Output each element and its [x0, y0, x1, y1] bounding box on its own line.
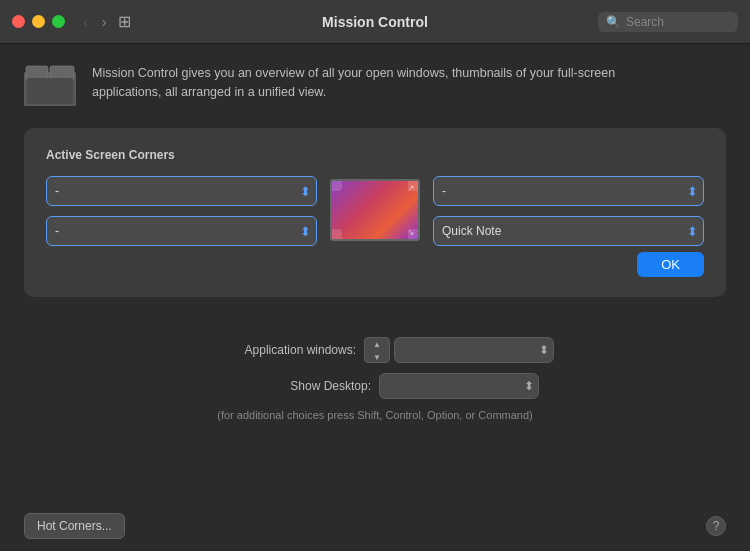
active-screen-corners-panel: Active Screen Corners - Mission Control …: [24, 128, 726, 297]
search-placeholder: Search: [626, 15, 664, 29]
up-down-arrows[interactable]: ▲ ▼: [364, 337, 390, 363]
top-right-select-wrapper: - Mission Control Application Windows De…: [433, 176, 704, 206]
forward-button[interactable]: ›: [98, 12, 111, 32]
svg-rect-3: [50, 66, 74, 80]
app-windows-label: Application windows:: [196, 343, 356, 357]
top-right-corner-select[interactable]: - Mission Control Application Windows De…: [433, 176, 704, 206]
down-arrow: ▼: [365, 351, 389, 363]
maximize-button[interactable]: [52, 15, 65, 28]
bottom-left-select-wrapper: - Mission Control Application Windows De…: [46, 216, 317, 246]
bottom-right-corner-select[interactable]: - Mission Control Application Windows De…: [433, 216, 704, 246]
corners-grid: - Mission Control Application Windows De…: [46, 176, 704, 246]
search-box[interactable]: 🔍 Search: [598, 12, 738, 32]
bottom-section: Application windows: ▲ ▼ ⬍ Show Desktop:…: [0, 337, 750, 421]
ok-button[interactable]: OK: [637, 252, 704, 277]
ok-row: OK: [46, 252, 704, 277]
top-left-select-wrapper: - Mission Control Application Windows De…: [46, 176, 317, 206]
grid-icon: ⊞: [118, 12, 131, 31]
show-desktop-select-wrapper: ⬍: [379, 373, 539, 399]
nav-arrows: ‹ ›: [79, 12, 110, 32]
app-description: Mission Control gives you an overview of…: [92, 64, 672, 102]
top-left-corner-select[interactable]: - Mission Control Application Windows De…: [46, 176, 317, 206]
show-desktop-row: Show Desktop: ⬍: [24, 373, 726, 399]
help-button[interactable]: ?: [706, 516, 726, 536]
close-button[interactable]: [12, 15, 25, 28]
window-title: Mission Control: [322, 14, 428, 30]
bottom-bar: Hot Corners... ?: [0, 513, 750, 539]
main-content: Mission Control gives you an overview of…: [0, 44, 750, 337]
bottom-left-corner-select[interactable]: - Mission Control Application Windows De…: [46, 216, 317, 246]
minimize-button[interactable]: [32, 15, 45, 28]
search-icon: 🔍: [606, 15, 621, 29]
hot-corners-button[interactable]: Hot Corners...: [24, 513, 125, 539]
screen-arrow-tr: ↗: [407, 183, 415, 193]
app-header: Mission Control gives you an overview of…: [24, 64, 726, 106]
up-arrow: ▲: [365, 338, 389, 351]
app-windows-select-wrapper: ⬍: [394, 337, 554, 363]
svg-rect-4: [27, 78, 73, 104]
mission-control-icon: [24, 64, 76, 106]
titlebar: ‹ › ⊞ Mission Control 🔍 Search: [0, 0, 750, 44]
app-windows-row: Application windows: ▲ ▼ ⬍: [24, 337, 726, 363]
screen-arrow-br: ↘: [407, 227, 415, 237]
show-desktop-label: Show Desktop:: [211, 379, 371, 393]
bottom-right-select-wrapper: - Mission Control Application Windows De…: [433, 216, 704, 246]
footer-note: (for additional choices press Shift, Con…: [24, 409, 726, 421]
app-windows-select[interactable]: [394, 337, 554, 363]
traffic-lights: [12, 15, 65, 28]
show-desktop-select[interactable]: [379, 373, 539, 399]
screen-thumbnail: ↗ ↘: [327, 176, 423, 244]
svg-rect-2: [26, 66, 48, 80]
panel-title: Active Screen Corners: [46, 148, 704, 162]
app-windows-control: ▲ ▼ ⬍: [364, 337, 554, 363]
back-button[interactable]: ‹: [79, 12, 92, 32]
